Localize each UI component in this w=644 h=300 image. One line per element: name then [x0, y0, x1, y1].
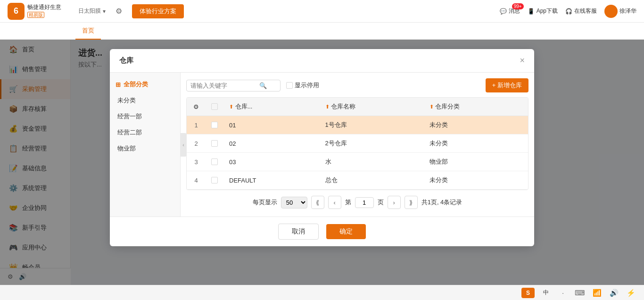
row-checkbox-2[interactable] — [206, 134, 223, 153]
bottom-icon-sound[interactable]: 🔊 — [608, 287, 619, 299]
row-code-2: 02 — [223, 134, 320, 153]
row-category-4: 未分类 — [424, 171, 528, 190]
user-avatar[interactable]: 徐泽华 — [604, 5, 636, 18]
modal-backdrop: 仓库 × ⊞ 全部分类 未分类 经营一部 经营二部 物业部 ‹ — [0, 40, 644, 300]
warehouse-modal: 仓库 × ⊞ 全部分类 未分类 经营一部 经营二部 物业部 ‹ — [110, 49, 534, 246]
category-item-2[interactable]: 经营二部 — [110, 125, 180, 141]
modal-title: 仓库 — [119, 56, 133, 65]
modal-body: ⊞ 全部分类 未分类 经营一部 经营二部 物业部 ‹ 🔍 — [110, 73, 534, 217]
row-num-3: 3 — [187, 153, 206, 171]
per-page-select[interactable]: 50 10 20 100 — [281, 197, 307, 208]
row-code-4: DEFAULT — [223, 171, 320, 190]
prev-page-button[interactable]: ‹ — [328, 196, 341, 209]
chevron-down-icon: ▾ — [103, 8, 106, 15]
gear-col-icon: ⚙ — [193, 103, 199, 110]
table-header-row: ⚙ ⬆ 仓库... ⬆ — [187, 98, 528, 116]
topbar-middle: 日太阳膜 ▾ ⚙ 体验行业方案 — [78, 4, 500, 19]
row-code-1: 01 — [223, 116, 320, 134]
bottom-bar: S 中 · ⌨ 📶 🔊 ⚡ — [0, 285, 644, 300]
topbar: 6 畅捷通好生意 精易版 日太阳膜 ▾ ⚙ 体验行业方案 💬 消息 99+ 📱 … — [0, 0, 644, 23]
modal-header: 仓库 × — [110, 49, 534, 73]
bottom-icon-keyboard[interactable]: ⌨ — [574, 287, 586, 299]
company-name: 日太阳膜 — [78, 7, 101, 15]
table-row[interactable]: 3 03 水 物业部 — [187, 153, 528, 171]
row-num-4: 4 — [187, 171, 206, 190]
bottom-icon-network[interactable]: 📶 — [591, 287, 603, 299]
col-category-header: ⬆ 仓库分类 — [424, 98, 528, 116]
headphone-icon: 🎧 — [565, 8, 572, 15]
sort-icon-category: ⬆ — [429, 104, 434, 109]
row-category-3: 物业部 — [424, 153, 528, 171]
message-button[interactable]: 💬 消息 99+ — [500, 7, 520, 15]
show-disabled-option: 显示停用 — [286, 81, 319, 90]
toolbar-left: 🔍 显示停用 — [186, 80, 319, 92]
sort-icon-code: ⬆ — [229, 104, 233, 109]
page-label: 第 — [345, 198, 351, 207]
row-code-3: 03 — [223, 153, 320, 171]
row-name-3: 水 — [320, 153, 424, 171]
search-input[interactable] — [190, 82, 256, 89]
col-gear: ⚙ — [187, 98, 206, 116]
pagination: 每页显示 50 10 20 100 ⟪ ‹ 第 页 › ⟫ 共1页, 4条记录 — [186, 190, 528, 211]
category-panel: ⊞ 全部分类 未分类 经营一部 经营二部 物业部 ‹ — [110, 73, 181, 217]
row-name-1: 1号仓库 — [320, 116, 424, 134]
row-num-2: 2 — [187, 134, 206, 153]
cancel-button[interactable]: 取消 — [278, 224, 319, 240]
brand-name: 畅捷通好生意 精易版 — [27, 4, 61, 18]
company-selector[interactable]: 日太阳膜 ▾ — [78, 7, 106, 15]
table-toolbar: 🔍 显示停用 + 新增仓库 — [186, 78, 528, 92]
per-page-label: 每页显示 — [253, 198, 277, 207]
col-name-label: 仓库名称 — [331, 103, 355, 110]
table-row[interactable]: 4 DEFAULT 总仓 未分类 — [187, 171, 528, 190]
all-categories-item[interactable]: ⊞ 全部分类 — [110, 76, 180, 92]
show-disabled-checkbox[interactable] — [286, 82, 293, 89]
row-checkbox-1[interactable] — [206, 116, 223, 134]
user-name: 徐泽华 — [619, 7, 636, 15]
category-item-3[interactable]: 物业部 — [110, 141, 180, 157]
category-item-0[interactable]: 未分类 — [110, 92, 180, 108]
add-warehouse-button[interactable]: + 新增仓库 — [486, 78, 528, 92]
col-name-header: ⬆ 仓库名称 — [320, 98, 424, 116]
bottom-icon-dot[interactable]: · — [557, 287, 569, 299]
bottom-icon-s[interactable]: S — [521, 288, 535, 298]
table-row[interactable]: 2 02 2号仓库 未分类 — [187, 134, 528, 153]
panel-collapse-button[interactable]: ‹ — [180, 133, 187, 157]
search-icon[interactable]: 🔍 — [259, 82, 267, 89]
row-category-1: 未分类 — [424, 116, 528, 134]
select-all-checkbox[interactable] — [211, 103, 218, 110]
online-service-button[interactable]: 🎧 在线客服 — [565, 7, 597, 15]
col-category-label: 仓库分类 — [435, 103, 460, 110]
search-box: 🔍 — [186, 80, 281, 92]
last-page-button[interactable]: ⟫ — [405, 196, 418, 209]
logo-area: 6 畅捷通好生意 精易版 — [8, 3, 78, 20]
app-label: App下载 — [537, 7, 558, 15]
warehouse-table: ⚙ ⬆ 仓库... ⬆ — [186, 97, 528, 190]
next-page-button[interactable]: › — [388, 196, 401, 209]
row-name-2: 2号仓库 — [320, 134, 424, 153]
row-checkbox-4[interactable] — [206, 171, 223, 190]
nav-tabs: 首页 — [0, 23, 644, 40]
topbar-right: 💬 消息 99+ 📱 App下载 🎧 在线客服 徐泽华 — [500, 5, 636, 18]
category-item-1[interactable]: 经营一部 — [110, 108, 180, 125]
row-category-2: 未分类 — [424, 134, 528, 153]
bell-icon: 💬 — [500, 8, 507, 15]
try-industry-button[interactable]: 体验行业方案 — [132, 4, 184, 18]
all-categories-label: 全部分类 — [124, 80, 148, 89]
bottom-icon-zh[interactable]: 中 — [540, 287, 552, 299]
table-row[interactable]: 1 01 1号仓库 未分类 — [187, 116, 528, 134]
avatar-circle — [604, 5, 618, 18]
app-download-button[interactable]: 📱 App下载 — [528, 7, 558, 15]
show-disabled-label: 显示停用 — [295, 81, 319, 90]
tab-home[interactable]: 首页 — [75, 23, 101, 40]
modal-close-button[interactable]: × — [520, 56, 525, 66]
message-badge: 99+ — [512, 3, 524, 9]
row-checkbox-3[interactable] — [206, 153, 223, 171]
grid-icon: ⊞ — [116, 81, 121, 88]
bottom-icon-power[interactable]: ⚡ — [625, 287, 636, 299]
confirm-button[interactable]: 确定 — [326, 224, 366, 239]
col-code-header: ⬆ 仓库... — [223, 98, 320, 116]
first-page-button[interactable]: ⟪ — [311, 196, 324, 209]
settings-icon[interactable]: ⚙ — [111, 4, 126, 19]
col-code-label: 仓库... — [235, 103, 253, 110]
page-number-input[interactable] — [355, 197, 374, 208]
